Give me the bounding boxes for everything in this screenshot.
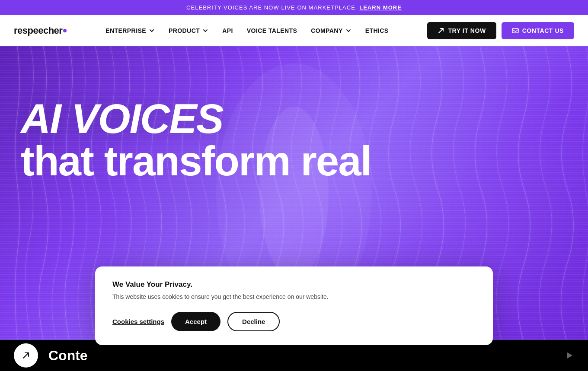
cookie-actions: Cookies settings Accept Decline bbox=[112, 312, 476, 331]
chevron-down-icon bbox=[202, 28, 208, 34]
announcement-banner: CELEBRITY VOICES ARE NOW LIVE ON MARKETP… bbox=[0, 0, 588, 15]
main-nav: ENTERPRISEPRODUCTAPIVOICE TALENTSCOMPANY… bbox=[100, 24, 393, 38]
hero-title-italic: AI VOICES bbox=[21, 98, 567, 140]
hero-content: AI VOICES that transform real bbox=[0, 46, 588, 209]
header: respeecher ENTERPRISEPRODUCTAPIVOICE TAL… bbox=[0, 15, 588, 46]
svg-rect-0 bbox=[512, 29, 518, 33]
play-icon-container bbox=[564, 350, 574, 361]
contact-us-button[interactable]: CONTACT US bbox=[502, 22, 574, 39]
nav-item-voice-talents[interactable]: VOICE TALENTS bbox=[242, 24, 302, 38]
nav-item-enterprise[interactable]: ENTERPRISE bbox=[100, 24, 160, 38]
announcement-text: CELEBRITY VOICES ARE NOW LIVE ON MARKETP… bbox=[186, 4, 357, 11]
cookie-banner: We Value Your Privacy. This website uses… bbox=[95, 266, 493, 345]
cookie-decline-button[interactable]: Decline bbox=[227, 312, 280, 331]
cookie-accept-button[interactable]: Accept bbox=[171, 312, 220, 331]
announcement-cta[interactable]: LEARN MORE bbox=[359, 4, 402, 11]
mail-icon bbox=[512, 27, 519, 34]
nav-actions: TRY IT NOW CONTACT US bbox=[427, 22, 574, 39]
logo[interactable]: respeecher bbox=[14, 25, 67, 36]
nav-item-ethics[interactable]: ETHICS bbox=[360, 24, 394, 38]
cookie-settings-button[interactable]: Cookies settings bbox=[112, 313, 164, 330]
nav-item-product[interactable]: PRODUCT bbox=[163, 24, 214, 38]
bottom-cta-button[interactable] bbox=[14, 343, 38, 368]
cookie-description: This website uses cookies to ensure you … bbox=[112, 292, 476, 301]
cookie-title: We Value Your Privacy. bbox=[112, 280, 476, 289]
bottom-bar-text: Conte bbox=[48, 348, 88, 364]
external-link-icon bbox=[438, 27, 444, 34]
try-it-now-button[interactable]: TRY IT NOW bbox=[427, 22, 496, 39]
hero-title-normal: that transform real bbox=[21, 140, 567, 183]
chevron-down-icon bbox=[345, 28, 352, 34]
nav-item-api[interactable]: API bbox=[217, 24, 238, 38]
chevron-down-icon bbox=[149, 28, 155, 34]
arrow-up-right-icon bbox=[22, 351, 30, 360]
logo-dot bbox=[63, 29, 67, 32]
nav-item-company[interactable]: COMPANY bbox=[306, 24, 356, 38]
play-icon bbox=[564, 350, 574, 361]
